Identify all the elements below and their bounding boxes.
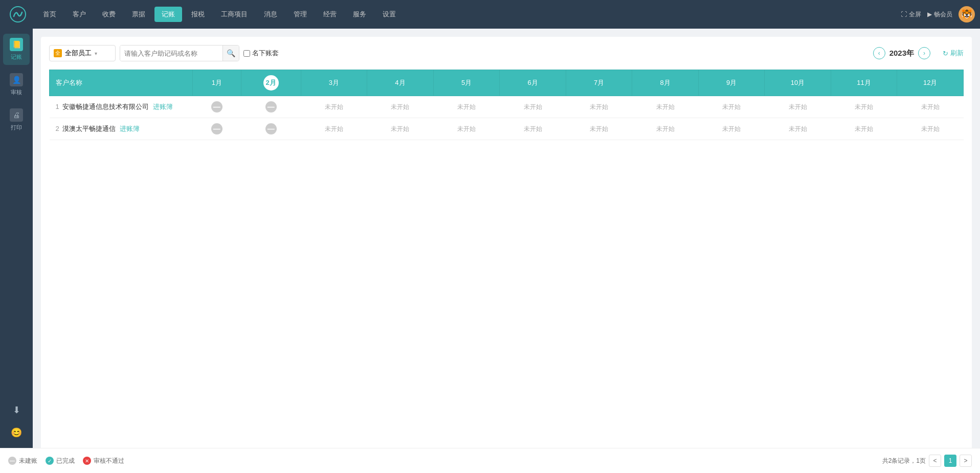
rejected-icon: ✕ — [83, 457, 91, 465]
nav-bizproject[interactable]: 工商项目 — [214, 7, 255, 22]
month-cell-4: 未开始 — [367, 118, 434, 140]
col-client-name: 客户名称 — [50, 70, 193, 96]
month-cell-2[interactable]: — — [241, 96, 301, 118]
main-card: 全 全部员工 ▾ 🔍 名下账套 ‹ 2023年 › — [41, 37, 972, 448]
col-month-8: 8月 — [632, 70, 699, 96]
toolbar: 全 全部员工 ▾ 🔍 名下账套 ‹ 2023年 › — [49, 45, 964, 61]
search-input[interactable] — [120, 46, 222, 61]
status-not-started: 未开始 — [921, 103, 940, 110]
status-not-started: 未开始 — [391, 103, 409, 110]
refresh-button[interactable]: ↻ 刷新 — [943, 49, 964, 58]
next-year-button[interactable]: › — [918, 47, 930, 59]
status-not-started: 未开始 — [722, 103, 741, 110]
pagination: 共2条记录，1页 < 1 > — [882, 455, 972, 467]
current-month-circle: 2月 — [263, 75, 279, 91]
status-not-started: 未开始 — [325, 103, 343, 110]
month-cell-7: 未开始 — [566, 96, 632, 118]
nav-message[interactable]: 消息 — [257, 7, 284, 22]
month-cell-10: 未开始 — [765, 96, 831, 118]
legend-not-created: — 未建账 — [8, 457, 37, 465]
nav-right: ⛶ 全屏 ▶ 畅会员 🐯 — [901, 6, 975, 22]
nav-service[interactable]: 服务 — [346, 7, 373, 22]
entry-link[interactable]: 进账簿 — [120, 125, 140, 132]
checkbox-wrap[interactable]: 名下账套 — [243, 49, 279, 58]
row-number: 1 — [56, 103, 59, 110]
table-row: 1安徽畅捷通信息技术有限公司进账簿——未开始未开始未开始未开始未开始未开始未开始… — [50, 96, 964, 118]
search-wrap: 🔍 — [120, 45, 239, 61]
legend-rejected: ✕ 审核不通过 — [83, 457, 124, 465]
prev-year-button[interactable]: ‹ — [873, 47, 885, 59]
status-not-started: 未开始 — [391, 125, 409, 132]
col-month-4: 4月 — [367, 70, 434, 96]
status-not-started: 未开始 — [590, 125, 608, 132]
client-name-cell: 2漠澳太平畅捷通信进账簿 — [50, 118, 193, 140]
sidebar-item-print[interactable]: 🖨 打印 — [3, 104, 30, 136]
search-button[interactable]: 🔍 — [222, 46, 239, 61]
month-cell-1[interactable]: — — [193, 96, 241, 118]
status-not-created-icon: — — [211, 101, 222, 112]
nav-operation[interactable]: 经营 — [316, 7, 344, 22]
col-month-9: 9月 — [698, 70, 765, 96]
fullscreen-button[interactable]: ⛶ 全屏 — [901, 10, 921, 19]
status-not-started: 未开始 — [921, 125, 940, 132]
nav-client[interactable]: 客户 — [65, 7, 93, 22]
nav-manage[interactable]: 管理 — [286, 7, 314, 22]
status-not-created-icon: — — [265, 123, 277, 134]
status-not-created-icon: — — [211, 123, 222, 134]
sidebar-download-button[interactable]: ⬇ — [7, 401, 26, 419]
col-month-7: 7月 — [566, 70, 632, 96]
status-not-started: 未开始 — [325, 125, 343, 132]
employee-icon: 全 — [54, 49, 62, 57]
nav-bookkeeping[interactable]: 记账 — [154, 7, 182, 22]
entry-link[interactable]: 进账簿 — [153, 103, 173, 110]
col-month-1: 1月 — [193, 70, 241, 96]
status-not-started: 未开始 — [656, 103, 675, 110]
month-cell-2[interactable]: — — [241, 118, 301, 140]
prev-page-button[interactable]: < — [929, 455, 941, 467]
nav-fee[interactable]: 收费 — [95, 7, 123, 22]
employee-select[interactable]: 全 全部员工 ▾ — [49, 45, 116, 61]
sidebar-bottom: ⬇ 😊 — [7, 401, 26, 442]
status-not-started: 未开始 — [457, 103, 476, 110]
account-table: 客户名称 1月 2月 3月 4月 5月 6月 7月 8月 9月 10月 11月 … — [49, 70, 964, 140]
row-number: 2 — [56, 125, 59, 132]
month-cell-6: 未开始 — [500, 96, 566, 118]
status-not-started: 未开始 — [656, 125, 675, 132]
table-header-row: 客户名称 1月 2月 3月 4月 5月 6月 7月 8月 9月 10月 11月 … — [50, 70, 964, 96]
nav-home[interactable]: 首页 — [36, 7, 63, 22]
content-area: 全 全部员工 ▾ 🔍 名下账套 ‹ 2023年 › — [33, 29, 980, 448]
month-cell-5: 未开始 — [433, 96, 500, 118]
col-month-12: 12月 — [897, 70, 964, 96]
nav-tax[interactable]: 报税 — [184, 7, 212, 22]
nav-invoice[interactable]: 票据 — [125, 7, 152, 22]
chevron-down-icon: ▾ — [95, 51, 97, 56]
bookkeeping-icon: 📒 — [10, 38, 23, 51]
status-not-started: 未开始 — [590, 103, 608, 110]
sidebar-item-review[interactable]: 👤 审核 — [3, 69, 30, 100]
next-page-button[interactable]: > — [960, 455, 972, 467]
nav-settings[interactable]: 设置 — [375, 7, 403, 22]
my-accounts-checkbox[interactable] — [243, 50, 250, 57]
month-cell-9: 未开始 — [698, 118, 765, 140]
sidebar-user-button[interactable]: 😊 — [7, 423, 26, 442]
avatar[interactable]: 🐯 — [959, 6, 975, 22]
month-cell-12: 未开始 — [897, 96, 964, 118]
month-cell-1[interactable]: — — [193, 118, 241, 140]
status-not-started: 未开始 — [457, 125, 476, 132]
sidebar-item-bookkeeping[interactable]: 📒 记账 — [3, 34, 30, 65]
page-1-button[interactable]: 1 — [944, 455, 956, 467]
main-nav: 首页 客户 收费 票据 记账 报税 工商项目 消息 管理 经营 服务 设置 — [36, 7, 901, 22]
completed-icon: ✓ — [46, 457, 54, 465]
status-not-started: 未开始 — [789, 103, 807, 110]
vip-button[interactable]: ▶ 畅会员 — [927, 10, 952, 19]
print-icon: 🖨 — [10, 108, 23, 122]
month-cell-11: 未开始 — [831, 118, 897, 140]
status-not-started: 未开始 — [789, 125, 807, 132]
year-nav: ‹ 2023年 › — [873, 47, 930, 59]
month-cell-11: 未开始 — [831, 96, 897, 118]
review-icon: 👤 — [10, 73, 23, 86]
refresh-icon: ↻ — [943, 50, 948, 57]
col-month-10: 10月 — [765, 70, 831, 96]
status-not-started: 未开始 — [524, 125, 542, 132]
month-cell-3: 未开始 — [301, 118, 367, 140]
